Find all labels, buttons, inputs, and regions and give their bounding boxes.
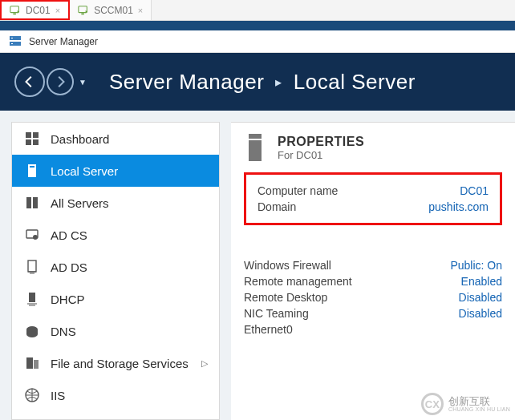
watermark-logo-icon: CX [421, 393, 444, 415]
sidebar-item-label: File and Storage Services [51, 357, 192, 370]
sidebar: Dashboard Local Server All Servers AD CS… [11, 122, 220, 420]
dashboard-icon [23, 130, 41, 147]
prop-row-nic-teaming: NIC Teaming Disabled [244, 305, 502, 321]
window-title-bar: Server Manager [0, 30, 515, 53]
prop-link-firewall[interactable]: Public: On [450, 259, 502, 272]
dhcp-icon [23, 290, 41, 308]
history-dropdown-icon[interactable]: ▼ [79, 78, 87, 87]
server-icon [244, 134, 266, 161]
close-icon[interactable]: × [138, 6, 143, 15]
watermark-cn: 创新互联 [448, 396, 510, 407]
sidebar-item-print[interactable]: Print Services [12, 411, 219, 420]
svg-rect-15 [33, 197, 38, 208]
prop-key: Remote Desktop [244, 291, 327, 304]
svg-rect-9 [33, 132, 39, 138]
close-icon[interactable]: × [55, 6, 60, 15]
svg-rect-13 [30, 166, 34, 168]
svg-rect-18 [28, 260, 36, 272]
content-panel: PROPERTIES For DC01 Computer name DC01 D… [231, 122, 515, 420]
breadcrumb-root[interactable]: Server Manager [109, 70, 264, 95]
forward-button[interactable] [47, 68, 74, 95]
svg-rect-7 [11, 43, 13, 44]
svg-rect-8 [26, 132, 31, 138]
svg-rect-11 [33, 139, 39, 145]
prop-key: Domain [258, 200, 296, 213]
prop-key: Windows Firewall [244, 259, 331, 272]
prop-row-remote-desktop: Remote Desktop Disabled [244, 289, 502, 305]
identity-box: Computer name DC01 Domain pushits.com [244, 172, 502, 225]
properties-subheading: For DC01 [278, 149, 364, 161]
sidebar-item-local-server[interactable]: Local Server [12, 155, 219, 187]
watermark: CX 创新互联 CHUANG XIN HU LIAN [421, 393, 510, 415]
prop-link-computer-name[interactable]: DC01 [460, 184, 489, 197]
properties-heading: PROPERTIES [278, 135, 364, 149]
certificate-icon [23, 226, 41, 244]
nav-buttons: ▼ [14, 67, 87, 97]
header: ▼ Server Manager ▸ Local Server [0, 53, 515, 111]
servers-icon [23, 194, 41, 212]
window-title: Server Manager [29, 36, 98, 47]
prop-row-remote-mgmt: Remote management Enabled [244, 273, 502, 289]
svg-point-22 [26, 331, 38, 337]
svg-rect-23 [26, 357, 33, 369]
sidebar-item-label: Local Server [51, 164, 208, 178]
vm-tab-sccm01[interactable]: SCCM01 × [70, 0, 152, 20]
vm-tab-label: DC01 [26, 5, 51, 16]
server-manager-icon [8, 34, 22, 49]
prop-row-firewall: Windows Firewall Public: On [244, 257, 502, 273]
sidebar-item-label: AD CS [51, 228, 208, 242]
sidebar-item-all-servers[interactable]: All Servers [12, 187, 219, 219]
vm-tab-label: SCCM01 [94, 5, 133, 16]
prop-row-domain: Domain pushits.com [258, 199, 489, 215]
iis-icon [23, 386, 41, 404]
sidebar-item-adds[interactable]: AD DS [12, 251, 219, 283]
monitor-icon [10, 5, 21, 16]
prop-key: NIC Teaming [244, 307, 309, 320]
svg-rect-14 [26, 197, 31, 208]
sidebar-item-adcs[interactable]: AD CS [12, 219, 219, 251]
monitor-icon [78, 5, 89, 16]
chevron-right-icon: ▸ [275, 75, 282, 90]
sidebar-item-dhcp[interactable]: DHCP [12, 283, 219, 315]
chevron-right-icon: ▷ [201, 358, 208, 369]
sidebar-item-label: Dashboard [51, 132, 208, 146]
sidebar-item-storage[interactable]: File and Storage Services ▷ [12, 347, 219, 379]
dns-icon [23, 322, 41, 340]
prop-key: Ethernet0 [244, 323, 293, 336]
sidebar-item-label: DHCP [51, 293, 208, 306]
sidebar-item-label: DNS [51, 325, 208, 338]
main-area: Dashboard Local Server All Servers AD CS… [0, 111, 515, 420]
sidebar-item-label: IIS [51, 389, 208, 402]
prop-key: Remote management [244, 275, 352, 288]
sidebar-item-label: AD DS [51, 260, 208, 274]
sidebar-item-dashboard[interactable]: Dashboard [12, 123, 219, 155]
server-icon [23, 162, 41, 180]
prop-link-remote-desktop[interactable]: Disabled [459, 291, 502, 304]
sidebar-item-iis[interactable]: IIS [12, 379, 219, 411]
prop-key: Computer name [258, 184, 338, 197]
divider [0, 21, 515, 30]
svg-point-17 [33, 235, 38, 240]
prop-link-nic-teaming[interactable]: Disabled [459, 307, 502, 320]
watermark-en: CHUANG XIN HU LIAN [448, 406, 510, 412]
sidebar-item-dns[interactable]: DNS [12, 315, 219, 347]
prop-row-ethernet0: Ethernet0 [244, 321, 502, 337]
svg-rect-29 [249, 134, 262, 139]
prop-link-domain[interactable]: pushits.com [428, 200, 489, 213]
svg-rect-3 [82, 13, 85, 14]
svg-rect-24 [34, 360, 39, 369]
svg-rect-19 [29, 293, 35, 302]
sidebar-item-label: All Servers [51, 196, 208, 210]
svg-rect-1 [13, 13, 16, 14]
storage-icon [23, 354, 41, 372]
network-block: Windows Firewall Public: On Remote manag… [244, 257, 502, 337]
svg-rect-30 [249, 140, 262, 161]
back-button[interactable] [14, 67, 45, 97]
vm-tab-dc01[interactable]: DC01 × [0, 0, 70, 20]
prop-link-remote-mgmt[interactable]: Enabled [461, 275, 502, 288]
prop-row-computer-name: Computer name DC01 [258, 183, 489, 199]
properties-header: PROPERTIES For DC01 [244, 134, 502, 161]
breadcrumb: Server Manager ▸ Local Server [109, 70, 416, 95]
breadcrumb-leaf[interactable]: Local Server [294, 70, 416, 95]
vm-tab-strip: DC01 × SCCM01 × [0, 0, 515, 21]
